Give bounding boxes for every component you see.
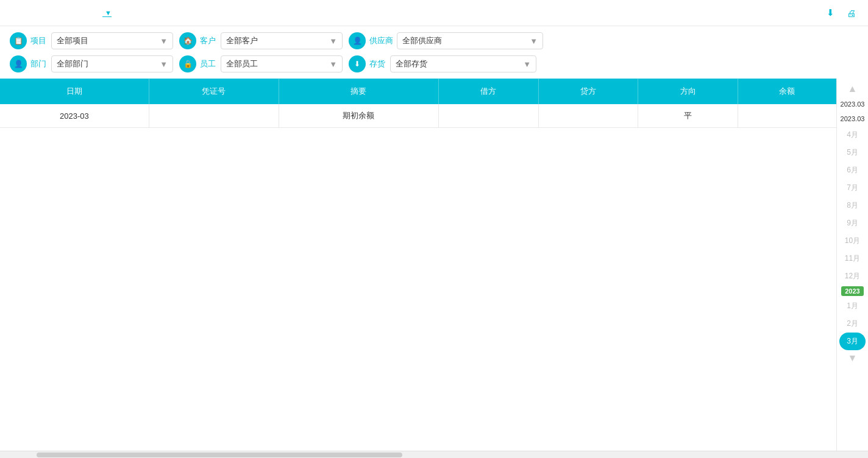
project-select-value: 全部项目 xyxy=(57,35,155,46)
table-row: 2023-03期初余额平 xyxy=(0,104,836,128)
print-button[interactable]: 🖨 xyxy=(847,8,858,18)
year-badge-2023: 2023 xyxy=(841,286,863,296)
col-direction: 方向 xyxy=(638,79,738,104)
show-sub-toggle[interactable]: ▼ xyxy=(102,9,112,17)
supplier-select[interactable]: 全部供应商 ▼ xyxy=(397,32,543,49)
ledger-table: 日期 凭证号 摘要 借方 贷方 方向 余额 2023-03期初余额平 xyxy=(0,79,836,128)
employee-select-value: 全部员工 xyxy=(226,58,324,69)
table-main: 日期 凭证号 摘要 借方 贷方 方向 余额 2023-03期初余额平 xyxy=(0,79,836,451)
cell-voucher xyxy=(149,104,279,128)
timeline-3-active[interactable]: 3月 xyxy=(839,333,866,350)
download-icon: ⬇ xyxy=(827,7,834,18)
timeline-7[interactable]: 7月 xyxy=(837,179,868,197)
inventory-select-value: 全部存货 xyxy=(396,58,518,69)
filter-customer: 🏠 客户 全部客户 ▼ xyxy=(179,32,343,49)
cell-balance xyxy=(738,104,836,128)
department-select-value: 全部部门 xyxy=(57,58,155,69)
col-voucher: 凭证号 xyxy=(149,79,279,104)
filter-project: 📋 项目 全部项目 ▼ xyxy=(10,32,173,49)
table-body: 2023-03期初余额平 xyxy=(0,104,836,128)
project-select-arrow-icon: ▼ xyxy=(160,37,168,46)
inventory-select[interactable]: 全部存货 ▼ xyxy=(390,55,536,72)
inventory-label: 存货 xyxy=(369,58,386,69)
cell-credit xyxy=(538,104,638,128)
project-select[interactable]: 全部项目 ▼ xyxy=(51,32,173,49)
timeline-2[interactable]: 2月 xyxy=(837,315,868,333)
filter-row2: 👤 部门 全部部门 ▼ 🔒 员工 全部员工 ▼ ⬇ 存货 全部存货 xyxy=(10,55,858,72)
table-container: 日期 凭证号 摘要 借方 贷方 方向 余额 2023-03期初余额平 ▲ 202… xyxy=(0,79,868,451)
filter-employee: 🔒 员工 全部员工 ▼ xyxy=(179,55,343,72)
timeline-6[interactable]: 6月 xyxy=(837,161,868,179)
timeline-9[interactable]: 9月 xyxy=(837,214,868,232)
timeline-1[interactable]: 1月 xyxy=(837,297,868,315)
print-icon: 🖨 xyxy=(847,8,856,18)
customer-label: 客户 xyxy=(200,35,217,46)
customer-select-arrow-icon: ▼ xyxy=(329,37,337,46)
account-nav xyxy=(10,8,90,18)
supplier-icon: 👤 xyxy=(349,32,366,49)
main-modal: ▼ ⬇ 🖨 📋 项目 全部项目 ▼ 🏠 客户 xyxy=(0,0,868,458)
employee-icon: 🔒 xyxy=(179,55,196,72)
timeline-11[interactable]: 11月 xyxy=(837,250,868,267)
header: ▼ ⬇ 🖨 xyxy=(0,0,868,26)
cell-summary: 期初余额 xyxy=(279,104,438,128)
filter-department: 👤 部门 全部部门 ▼ xyxy=(10,55,173,72)
show-sub-arrow-icon: ▼ xyxy=(105,9,112,16)
inventory-icon: ⬇ xyxy=(349,55,366,72)
timeline-4[interactable]: 4月 xyxy=(837,126,868,144)
customer-select[interactable]: 全部客户 ▼ xyxy=(221,32,343,49)
col-summary: 摘要 xyxy=(279,79,438,104)
supplier-label: 供应商 xyxy=(369,35,393,46)
supplier-select-arrow-icon: ▼ xyxy=(530,37,538,46)
download-button[interactable]: ⬇ xyxy=(827,7,837,18)
timeline-10[interactable]: 10月 xyxy=(837,232,868,250)
timeline-12[interactable]: 12月 xyxy=(837,267,868,285)
timeline-5[interactable]: 5月 xyxy=(837,144,868,161)
project-label: 项目 xyxy=(30,35,48,46)
timeline-sidebar: ▲ 2023.03 2023.03 4月 5月 6月 7月 8月 9月 10月 … xyxy=(836,79,868,451)
customer-select-value: 全部客户 xyxy=(226,35,324,46)
table-header-row: 日期 凭证号 摘要 借方 贷方 方向 余额 xyxy=(0,79,836,104)
horizontal-scrollbar[interactable] xyxy=(0,451,868,458)
action-buttons: ⬇ 🖨 xyxy=(827,7,858,18)
col-balance: 余额 xyxy=(738,79,836,104)
col-date: 日期 xyxy=(0,79,149,104)
employee-select[interactable]: 全部员工 ▼ xyxy=(221,55,343,72)
employee-select-arrow-icon: ▼ xyxy=(329,60,337,69)
account-code-name xyxy=(13,8,87,18)
timeline-down-button[interactable]: ▼ xyxy=(845,350,860,366)
cell-date: 2023-03 xyxy=(0,104,149,128)
col-credit: 贷方 xyxy=(538,79,638,104)
project-icon: 📋 xyxy=(10,32,27,49)
customer-icon: 🏠 xyxy=(179,32,196,49)
inventory-select-arrow-icon: ▼ xyxy=(523,60,531,69)
filter-inventory: ⬇ 存货 全部存货 ▼ xyxy=(349,55,536,72)
timeline-header-1[interactable]: 2023.03 xyxy=(837,97,868,111)
department-select-arrow-icon: ▼ xyxy=(160,60,168,69)
timeline-up-button[interactable]: ▲ xyxy=(845,81,860,97)
filter-supplier: 👤 供应商 全部供应商 ▼ xyxy=(349,32,543,49)
timeline-8[interactable]: 8月 xyxy=(837,197,868,214)
cell-debit xyxy=(439,104,539,128)
scrollbar-thumb[interactable] xyxy=(37,453,402,457)
col-debit: 借方 xyxy=(439,79,539,104)
cell-direction: 平 xyxy=(638,104,738,128)
department-label: 部门 xyxy=(30,58,48,69)
employee-label: 员工 xyxy=(200,58,217,69)
department-select[interactable]: 全部部门 ▼ xyxy=(51,55,173,72)
department-icon: 👤 xyxy=(10,55,27,72)
filter-bar: 📋 项目 全部项目 ▼ 🏠 客户 全部客户 ▼ 👤 供应商 全部供应商 ▼ xyxy=(0,26,868,79)
timeline-header-2[interactable]: 2023.03 xyxy=(837,111,868,126)
supplier-select-value: 全部供应商 xyxy=(402,35,525,46)
